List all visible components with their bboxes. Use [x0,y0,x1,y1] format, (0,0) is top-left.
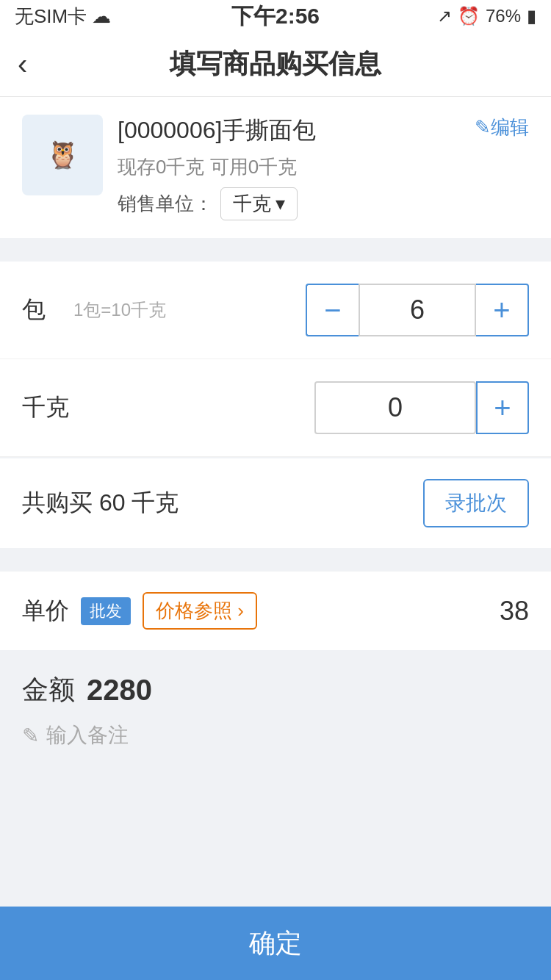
bao-increment-button[interactable]: + [476,284,529,336]
divider-1 [0,250,551,262]
note-row[interactable]: ✎ 输入备注 [22,721,529,749]
status-left: 无SIM卡 ☁ [15,4,111,29]
amount-section: 金额 2280 ✎ 输入备注 [0,652,551,770]
bao-hint: 1包=10千克 [73,298,306,322]
back-button[interactable]: ‹ [18,48,27,81]
unit-value: 千克 [233,191,271,217]
divider-2 [0,560,551,572]
price-value: 38 [500,596,529,627]
chevron-down-icon: ▾ [276,192,285,215]
product-stock: 现存0千克 可用0千克 [118,154,529,180]
pencil-icon: ✎ [22,724,39,748]
product-name: [0000006]手撕面包 [118,115,316,147]
location-icon: ↗ [437,6,452,26]
nav-bar: ‹ 填写商品购买信息 [0,32,551,97]
product-info: [0000006]手撕面包 ✎编辑 现存0千克 可用0千克 销售单位： 千克 ▾ [118,115,529,220]
status-right: ↗ ⏰ 76% ▮ [437,6,536,26]
note-placeholder: 输入备注 [46,721,129,749]
battery-icon: ▮ [527,6,536,26]
batch-tag: 批发 [81,597,131,625]
kg-quantity-controls: + [314,381,529,434]
alarm-icon: ⏰ [458,6,480,26]
quantity-bao-row: 包 1包=10千克 − + [0,262,551,359]
edit-button[interactable]: ✎编辑 [475,115,529,140]
confirm-button[interactable]: 确定 [0,907,551,980]
batch-button[interactable]: 录批次 [423,479,529,527]
quantity-section: 包 1包=10千克 − + 千克 + [0,262,551,457]
kg-label: 千克 [22,392,69,424]
kg-quantity-input[interactable] [314,381,476,434]
price-label: 单价 [22,595,69,627]
product-thumbnail: 🦉 [22,115,103,195]
page-title: 填写商品购买信息 [170,46,381,82]
kg-increment-button[interactable]: + [476,381,529,434]
bao-decrement-button[interactable]: − [306,284,359,336]
amount-label: 金额 [22,672,75,708]
no-sim-text: 无SIM卡 ☁ [15,4,111,29]
bao-quantity-input[interactable] [359,284,476,336]
price-ref-button[interactable]: 价格参照 › [143,592,257,630]
quantity-kg-row: 千克 + [0,359,551,457]
battery-text: 76% [486,6,521,26]
unit-select[interactable]: 千克 ▾ [220,187,298,220]
price-section: 单价 批发 价格参照 › 38 [0,572,551,650]
total-row: 共购买 60 千克 录批次 [0,458,551,548]
amount-row: 金额 2280 [22,672,529,708]
status-time: 下午2:56 [231,1,320,32]
amount-value: 2280 [87,674,152,707]
price-row: 单价 批发 价格参照 › 38 [22,592,529,630]
product-unit-row: 销售单位： 千克 ▾ [118,187,529,220]
unit-label: 销售单位： [118,191,213,217]
status-bar: 无SIM卡 ☁ 下午2:56 ↗ ⏰ 76% ▮ [0,0,551,32]
product-name-row: [0000006]手撕面包 ✎编辑 [118,115,529,147]
total-text: 共购买 60 千克 [22,487,179,519]
bao-quantity-controls: − + [306,284,529,336]
bao-label: 包 [22,294,66,326]
product-card: 🦉 [0000006]手撕面包 ✎编辑 现存0千克 可用0千克 销售单位： 千克… [0,97,551,238]
